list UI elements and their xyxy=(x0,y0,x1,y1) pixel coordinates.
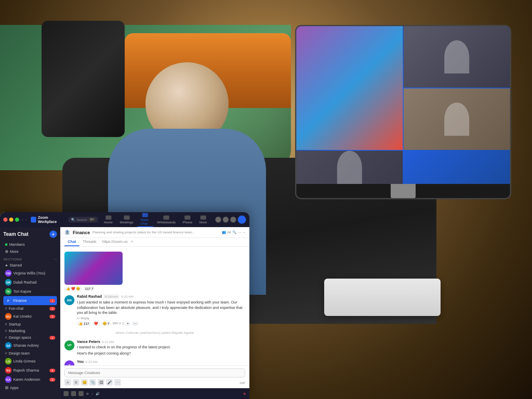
attach-button[interactable]: 📎 xyxy=(89,379,96,386)
rashad-avatar: RR xyxy=(64,295,74,305)
nav-back-icon[interactable]: ‹ xyxy=(22,218,23,222)
bottombar-icon-2[interactable] xyxy=(71,391,76,396)
sidebar-item-dalali[interactable]: DR Dalali Rashad xyxy=(3,278,57,287)
nav-meetings[interactable]: Meetings xyxy=(116,215,136,225)
video-cell-3 xyxy=(404,88,510,150)
user-avatar[interactable] xyxy=(238,215,246,224)
sidebar-item-starred[interactable]: Starred xyxy=(3,262,57,269)
sidebar-item-fun-chat[interactable]: Fun-chat 1 xyxy=(3,305,57,312)
nav-home[interactable]: Home xyxy=(101,215,116,225)
karen-avatar: KA xyxy=(5,376,12,383)
video-cell-1 xyxy=(296,26,403,150)
app-name: Zoom Workplace xyxy=(38,215,66,224)
more-toolbar-button[interactable]: ⋯ xyxy=(114,379,121,386)
emoji-button[interactable]: 😊 xyxy=(81,379,88,386)
video-cell-2 xyxy=(404,26,510,88)
nav-phone[interactable]: Phone xyxy=(180,215,196,225)
sidebar-item-members[interactable]: Members xyxy=(3,241,57,248)
settings-icon[interactable] xyxy=(223,217,229,223)
zoom-logo-box xyxy=(31,217,36,223)
msg-time-you-1: 9:23 AM xyxy=(85,360,97,364)
finance-badge: 1 xyxy=(49,299,55,303)
sidebar-item-startup[interactable]: Startup xyxy=(3,321,57,328)
channel-icon: 🏦 xyxy=(64,230,70,235)
sidebar-item-karen[interactable]: KA Karen Anderson 3 xyxy=(3,375,57,384)
search-chat-button[interactable]: 🔍 xyxy=(232,230,236,234)
sidebar-item-tori[interactable]: TK Tori Kajure xyxy=(3,287,57,296)
marketing-name: Marketing xyxy=(9,329,25,333)
add-reaction[interactable]: + xyxy=(125,321,131,326)
nav-phone-label: Phone xyxy=(183,220,192,224)
search-label: Search xyxy=(76,218,87,222)
fun-chat-name: Fun-chat xyxy=(9,306,24,311)
more-options-button[interactable]: ⋯ xyxy=(238,230,241,234)
members-count[interactable]: 👥 14 xyxy=(222,230,231,234)
sidebar-item-design-team[interactable]: Design team xyxy=(3,350,57,357)
reaction-smile[interactable]: 😊 7 xyxy=(101,321,111,326)
nav-more[interactable]: More xyxy=(196,215,210,225)
sidebar-item-apps[interactable]: ⊞ Apps xyxy=(3,384,57,391)
audio-button[interactable]: 🎤 xyxy=(106,379,113,386)
sidebar-item-design-specs[interactable]: Design specs 1 xyxy=(3,334,57,341)
nav-team-chat[interactable]: Team Chat xyxy=(137,212,153,227)
message-input[interactable] xyxy=(64,368,245,377)
gif-icon[interactable]: GIF xyxy=(240,381,245,385)
finance-avatar: F xyxy=(5,297,12,304)
pencil-icon[interactable] xyxy=(230,217,236,223)
sidebar-item-shanae[interactable]: SA Shanae Aubrey xyxy=(3,341,57,350)
close-button[interactable] xyxy=(3,218,7,222)
app-bottombar: ⊕ ♪ 🔊 ⊗ xyxy=(60,388,249,399)
maximize-button[interactable] xyxy=(15,218,19,222)
channel-link[interactable]: https://zoom.us xyxy=(100,238,130,246)
message-group-image: 👍 ❤️ 😊 117 7 xyxy=(64,250,245,291)
reaction-thumbsup[interactable]: 👍 ❤️ 😊 xyxy=(64,286,82,291)
sidebar-item-linda[interactable]: LG Linda Grimes xyxy=(3,357,57,366)
reaction-like[interactable]: 👍 117 xyxy=(77,321,91,326)
rajesh-avatar: RS xyxy=(5,367,12,374)
sidebar-item-virginia[interactable]: VW Virginia Willis (You) xyxy=(3,269,57,278)
sidebar-section-top: Members ⊕ More xyxy=(0,240,60,256)
chair xyxy=(42,21,125,137)
reaction-heart[interactable]: ❤️ xyxy=(92,321,100,326)
minimize-chat-button[interactable]: − xyxy=(243,230,245,234)
nav-whiteboards[interactable]: Whiteboards xyxy=(154,215,179,225)
text-format-button[interactable]: A xyxy=(64,379,71,386)
channel-name: Finance xyxy=(73,230,90,235)
tab-threads[interactable]: Threads xyxy=(79,238,100,246)
bell-icon[interactable] xyxy=(215,217,221,223)
link-more-icon[interactable]: + xyxy=(130,238,134,246)
bottombar-icon-3[interactable] xyxy=(79,391,84,396)
rashad-reactions: 👍 117 ❤️ 😊 7 385 U 1 + ⋯ xyxy=(77,321,245,326)
reply-button-rashad[interactable]: ↩ Reply xyxy=(77,316,89,320)
more-actions[interactable]: ⋯ xyxy=(132,321,138,326)
search-icon: 🔍 xyxy=(71,218,75,222)
chat-header-actions: 👥 14 🔍 ⋯ − xyxy=(222,230,245,234)
image-button[interactable]: 🖼 xyxy=(98,379,104,386)
bottombar-icon-1[interactable] xyxy=(64,391,69,396)
sidebar-item-marketing[interactable]: Marketing xyxy=(3,328,57,334)
keyboard xyxy=(324,279,441,316)
linda-avatar: LG xyxy=(5,358,12,365)
sidebar-item-rajesh[interactable]: RS Rajesh Sharma 4 xyxy=(3,366,57,375)
msg-header-you-1: You 9:23 AM xyxy=(77,360,245,364)
sidebar-item-more[interactable]: ⊕ More xyxy=(3,248,57,255)
nav-meetings-label: Meetings xyxy=(120,220,133,224)
more-label: More xyxy=(10,250,19,254)
tab-chat[interactable]: Chat xyxy=(64,238,79,246)
filter-icon[interactable]: ⋯ xyxy=(54,257,57,261)
sidebar-add-button[interactable]: + xyxy=(49,230,57,238)
online-dot xyxy=(5,243,7,246)
starred-label: Starred xyxy=(10,263,22,267)
hash-icon-dteam xyxy=(5,351,7,355)
bold-button[interactable]: B xyxy=(73,379,79,386)
sidebar-item-finance[interactable]: F Finance 1 xyxy=(3,296,57,305)
msg-text-vance-2: How's the project coming along? xyxy=(77,351,245,356)
search-bar[interactable]: 🔍 Search ⌘F xyxy=(69,217,98,223)
bottombar-end-icon[interactable]: ⊗ xyxy=(243,392,246,396)
bottombar-left: ⊕ ♪ 🔊 xyxy=(64,391,100,396)
sidebar-item-kai[interactable]: KU Kai Umeko 1 xyxy=(3,312,57,321)
minimize-button[interactable] xyxy=(9,218,13,222)
nav-forward-icon[interactable]: › xyxy=(25,218,27,222)
dalali-avatar: DR xyxy=(5,279,12,286)
kai-name: Kai Umeko xyxy=(13,314,32,318)
